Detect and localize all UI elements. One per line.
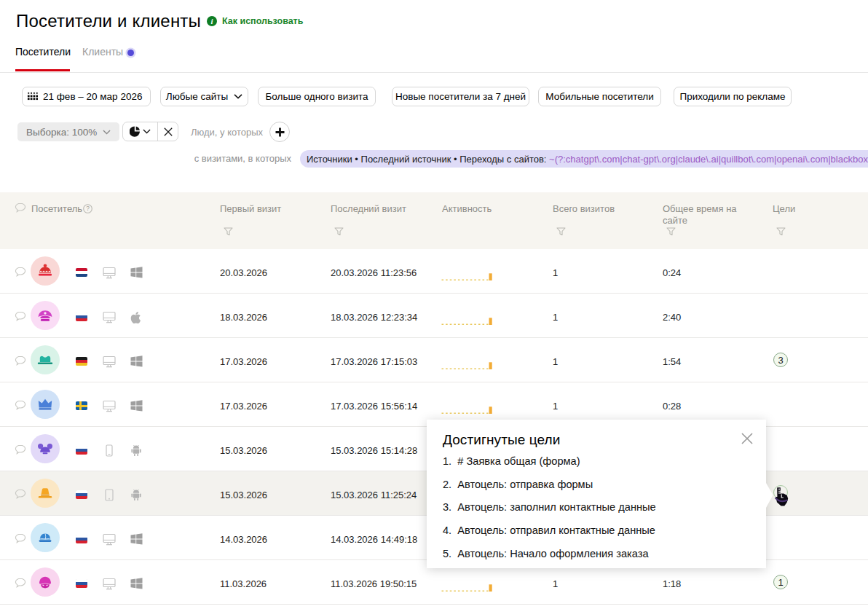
svg-text:?: ? <box>86 205 90 212</box>
